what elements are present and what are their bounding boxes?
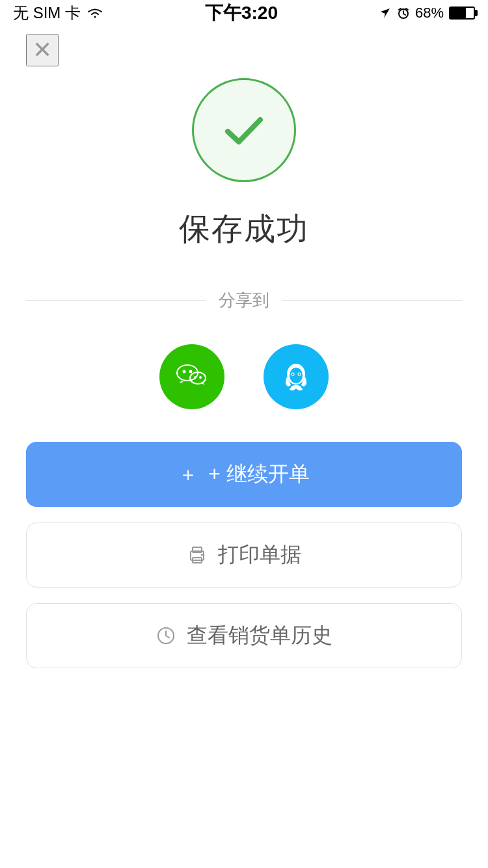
print-button[interactable]: 打印单据 [26, 522, 462, 588]
clock-icon [156, 625, 176, 646]
battery-fill [450, 8, 466, 18]
close-icon: ✕ [33, 38, 52, 62]
wechat-icon [174, 359, 210, 395]
share-icons [26, 344, 462, 409]
qq-icon [278, 359, 314, 395]
battery-bar [449, 7, 475, 20]
close-button[interactable]: ✕ [26, 34, 59, 66]
success-title: 保存成功 [179, 208, 309, 250]
history-button[interactable]: 查看销货单历史 [26, 603, 462, 668]
history-label: 查看销货单历史 [187, 621, 332, 650]
status-bar: 无 SIM 卡 下午3:20 68% [0, 0, 488, 26]
svg-point-11 [292, 373, 293, 375]
continue-label: + 继续开单 [208, 460, 310, 489]
battery-percent: 68% [415, 5, 444, 21]
printer-icon [187, 545, 208, 565]
share-divider: 分享到 [26, 289, 462, 312]
wechat-share-button[interactable] [159, 344, 224, 409]
svg-point-15 [290, 388, 295, 390]
plus-icon: ＋ [178, 461, 198, 488]
svg-point-16 [297, 388, 303, 390]
share-label: 分享到 [219, 289, 269, 312]
status-left: 无 SIM 卡 [13, 3, 104, 23]
action-buttons: ＋ + 继续开单 打印单据 查看销货单历史 [0, 442, 488, 668]
location-icon [379, 7, 392, 20]
success-circle [192, 78, 296, 182]
status-time: 下午3:20 [205, 1, 278, 25]
svg-point-12 [299, 373, 300, 375]
share-section: 分享到 [0, 289, 488, 409]
status-right: 68% [379, 5, 475, 21]
clock-svg [156, 625, 176, 646]
main-content: 保存成功 分享到 [0, 26, 488, 668]
wifi-icon [86, 7, 104, 20]
print-label: 打印单据 [218, 541, 301, 569]
svg-point-4 [189, 370, 193, 373]
svg-point-8 [290, 368, 303, 383]
checkmark-icon [218, 104, 270, 156]
no-sim-text: 无 SIM 卡 [13, 3, 81, 23]
svg-point-5 [194, 376, 197, 379]
svg-point-6 [199, 376, 202, 379]
qq-share-button[interactable] [264, 344, 329, 409]
continue-button[interactable]: ＋ + 继续开单 [26, 442, 462, 507]
svg-rect-20 [201, 554, 203, 556]
svg-point-3 [183, 370, 186, 373]
printer-svg [187, 545, 208, 565]
alarm-icon [397, 7, 410, 20]
